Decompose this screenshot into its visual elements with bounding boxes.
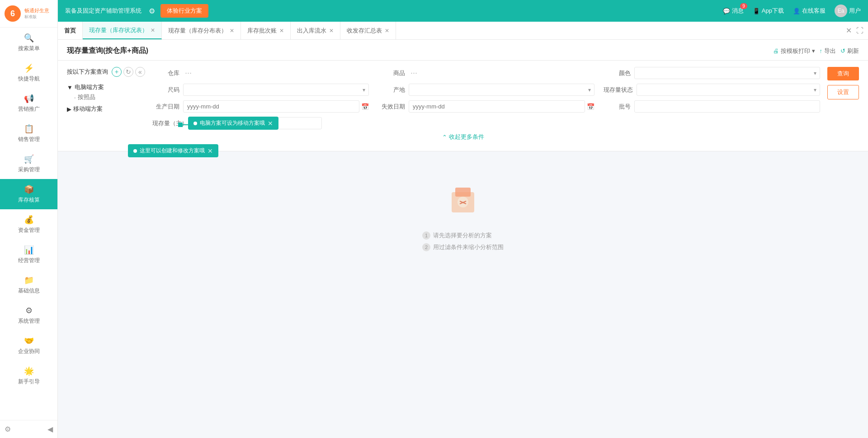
tab-inventory-dist[interactable]: 现存量（库存分布表） ✕ bbox=[162, 22, 241, 39]
collapse-sidebar-icon[interactable]: ◀ bbox=[47, 425, 53, 433]
warehouse-dots[interactable]: ··· bbox=[185, 68, 192, 78]
sidebar-item-basic[interactable]: 📁 基础信息 bbox=[0, 270, 57, 300]
app-download-item[interactable]: 📱 App下载 bbox=[753, 7, 784, 15]
tip-num-2: 2 bbox=[422, 243, 430, 251]
notification-item[interactable]: 💬 消息 9 bbox=[723, 7, 744, 15]
tab-close-batch-account[interactable]: ✕ bbox=[279, 28, 284, 34]
filter-origin-row: 产地 bbox=[378, 84, 594, 96]
add-scheme-btn[interactable]: ＋ bbox=[112, 67, 122, 77]
sidebar-item-operation[interactable]: 📊 经营管理 bbox=[0, 240, 57, 270]
sidebar-item-marketing[interactable]: 📢 营销推广 bbox=[0, 88, 57, 118]
setting-button[interactable]: 设置 bbox=[827, 85, 859, 99]
sidebar-item-label: 快捷导航 bbox=[18, 75, 40, 83]
tab-inventory-status[interactable]: 现存量（库存状况表） ✕ bbox=[83, 22, 162, 39]
sidebar-item-inventory[interactable]: 📦 库存核算 bbox=[0, 179, 57, 209]
empty-illustration bbox=[443, 179, 483, 221]
scheme-item-desktop-1[interactable]: · 按照品 bbox=[67, 92, 145, 102]
stock-status-select[interactable] bbox=[637, 84, 820, 96]
sidebar-item-purchase[interactable]: 🛒 采购管理 bbox=[0, 149, 57, 179]
refresh-btn[interactable]: ↺ 刷新 bbox=[840, 47, 859, 55]
collapse-up-icon: ⌃ bbox=[442, 134, 447, 141]
scheme-group-desktop-title[interactable]: ▼ 电脑端方案 bbox=[67, 82, 145, 92]
topbar: 装备及固定资产辅助管理系统 ⚙ 体验行业方案 💬 消息 9 📱 App下载 👤 … bbox=[58, 0, 868, 22]
production-date-label: 生产日期 bbox=[152, 103, 179, 111]
filter-size-row: 尺码 bbox=[152, 84, 369, 96]
color-select[interactable] bbox=[634, 67, 820, 79]
empty-svg bbox=[443, 179, 483, 219]
scheme-item-icon: · bbox=[74, 94, 76, 101]
app-download-label: App下载 bbox=[762, 7, 784, 15]
filter-color-row: 颜色 bbox=[604, 67, 820, 79]
refresh-scheme-btn[interactable]: ↻ bbox=[123, 67, 133, 77]
user-label: 用户 bbox=[849, 7, 861, 15]
tab-close-inventory-status[interactable]: ✕ bbox=[151, 27, 155, 33]
tab-home[interactable]: 首页 bbox=[58, 22, 83, 39]
query-button[interactable]: 查询 bbox=[827, 67, 859, 80]
print-template-btn[interactable]: 🖨 按模板打印 ▾ bbox=[773, 47, 815, 55]
tip-num-1: 1 bbox=[422, 231, 430, 240]
phone-icon: 📱 bbox=[753, 8, 760, 14]
gear-icon[interactable]: ⚙ bbox=[149, 7, 155, 15]
system-name: 装备及固定资产辅助管理系统 bbox=[65, 7, 142, 15]
avatar: Ea bbox=[835, 5, 847, 17]
tab-close-all-icon[interactable]: ✕ bbox=[846, 26, 852, 35]
goods-dots[interactable]: ··· bbox=[410, 68, 417, 78]
sidebar-item-label: 系统管理 bbox=[18, 317, 40, 325]
size-select-wrap bbox=[183, 84, 369, 96]
stock-status-select-wrap bbox=[637, 84, 820, 96]
online-support-label: 在线客服 bbox=[802, 7, 826, 15]
page-actions: 🖨 按模板打印 ▾ ↑ 导出 ↺ 刷新 bbox=[773, 47, 859, 55]
production-date-input[interactable] bbox=[183, 100, 359, 113]
sidebar-item-search[interactable]: 🔍 搜索菜单 bbox=[0, 28, 57, 58]
tab-close-inout-flow[interactable]: ✕ bbox=[329, 28, 334, 34]
user-item[interactable]: Ea 用户 bbox=[835, 5, 861, 17]
stock-status-label: 现存量状态 bbox=[604, 86, 633, 94]
notification-badge: 9 bbox=[740, 3, 747, 9]
sidebar-item-guide[interactable]: 🌟 新手引导 bbox=[0, 361, 57, 391]
batch-input[interactable] bbox=[634, 100, 820, 113]
tab-batch-account[interactable]: 库存批次账 ✕ bbox=[241, 22, 291, 39]
tab-inout-flow[interactable]: 出入库流水 ✕ bbox=[291, 22, 340, 39]
online-support-item[interactable]: 👤 在线客服 bbox=[793, 7, 826, 15]
export-label: 导出 bbox=[824, 47, 836, 55]
back-scheme-btn[interactable]: « bbox=[135, 67, 145, 77]
sidebar-item-label: 搜索菜单 bbox=[18, 45, 40, 52]
expiry-date-input[interactable] bbox=[409, 100, 585, 113]
sidebar-item-quick[interactable]: ⚡ 快捷导航 bbox=[0, 58, 57, 88]
enterprise-icon: 🤝 bbox=[24, 336, 34, 346]
origin-select[interactable] bbox=[409, 84, 594, 96]
scheme-group-label: 移动端方案 bbox=[73, 105, 103, 113]
print-chevron-icon: ▾ bbox=[812, 47, 815, 54]
production-date-calendar-icon[interactable]: 📅 bbox=[361, 103, 369, 110]
scheme-group-label: 电脑端方案 bbox=[75, 83, 104, 91]
tooltip-scheme-close[interactable]: ✕ bbox=[268, 120, 273, 127]
tab-close-receive-summary[interactable]: ✕ bbox=[385, 28, 389, 34]
tab-receive-summary[interactable]: 收发存汇总表 ✕ bbox=[340, 22, 396, 39]
export-btn[interactable]: ↑ 导出 bbox=[820, 47, 836, 55]
industry-btn[interactable]: 体验行业方案 bbox=[160, 4, 208, 18]
empty-state: 1 请先选择要分析的方案 2 用过滤条件来缩小分析范围 bbox=[58, 151, 868, 280]
sidebar-item-finance[interactable]: 💰 资金管理 bbox=[0, 209, 57, 240]
tab-fullscreen-icon[interactable]: ⛶ bbox=[856, 27, 863, 35]
filter-warehouse-row: 仓库 ··· bbox=[152, 67, 369, 79]
sidebar-item-enterprise[interactable]: 🤝 企业协同 bbox=[0, 330, 57, 361]
tab-label: 出入库流水 bbox=[297, 27, 326, 35]
size-select[interactable] bbox=[183, 84, 369, 96]
color-select-wrap bbox=[634, 67, 820, 79]
basic-icon: 📁 bbox=[24, 275, 34, 285]
collapse-label: 收起更多条件 bbox=[449, 133, 484, 141]
tooltip-edit-close[interactable]: ✕ bbox=[208, 147, 213, 155]
sidebar-item-label: 基础信息 bbox=[18, 287, 40, 295]
expiry-date-calendar-icon[interactable]: 📅 bbox=[587, 103, 594, 110]
sidebar-item-sales[interactable]: 📋 销售管理 bbox=[0, 118, 57, 149]
settings-bottom-icon[interactable]: ⚙ bbox=[5, 425, 11, 433]
warehouse-label: 仓库 bbox=[152, 69, 179, 77]
topbar-right: 💬 消息 9 📱 App下载 👤 在线客服 Ea 用户 bbox=[723, 5, 861, 17]
export-icon: ↑ bbox=[820, 47, 823, 54]
origin-select-wrap bbox=[409, 84, 594, 96]
scheme-group-mobile-title[interactable]: ▶ 移动端方案 bbox=[67, 104, 145, 114]
collapse-row[interactable]: ⌃ 收起更多条件 bbox=[67, 129, 859, 145]
sidebar-item-system[interactable]: ⚙ 系统管理 bbox=[0, 300, 57, 330]
tab-close-inventory-dist[interactable]: ✕ bbox=[230, 28, 234, 34]
tooltip-dot-2 bbox=[133, 149, 137, 153]
